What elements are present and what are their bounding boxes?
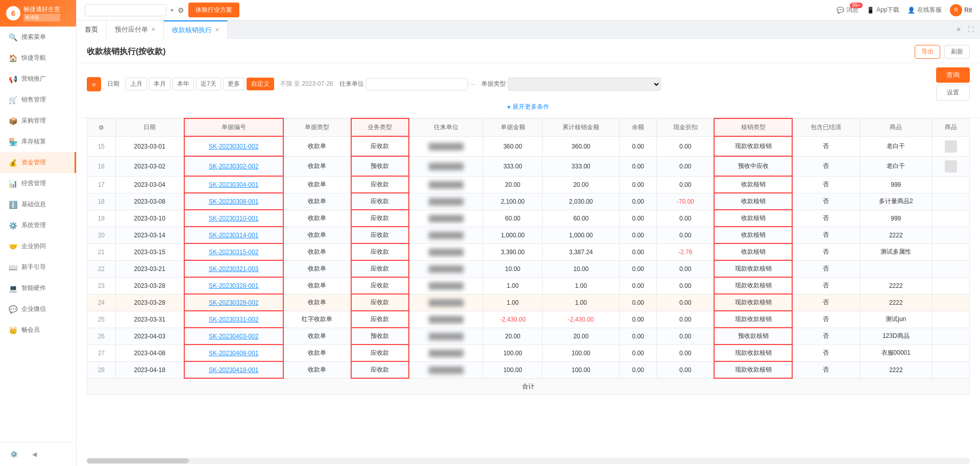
voucher-type-select[interactable] (508, 78, 661, 91)
cell-amount: 10.00 (483, 260, 542, 277)
topbar-search-input[interactable] (85, 4, 166, 16)
sidebar-item-wechat[interactable]: 💬 企业微信 (0, 299, 76, 320)
filter-toggle-btn[interactable]: » (87, 77, 101, 91)
table-body: 152023-03-01SK-20230301-002收款单应收款███████… (87, 136, 970, 378)
counterpart-input[interactable] (366, 78, 468, 90)
row-num: 22 (87, 260, 116, 277)
cell-writeoff-type: 现款收款核销 (714, 277, 792, 294)
sidebar-item-marketing[interactable]: 📢 营销推广 (0, 68, 76, 89)
cell-balance: 0.00 (620, 210, 657, 227)
this-month-btn[interactable]: 本月 (149, 78, 170, 90)
th-gear[interactable]: ⚙ (87, 118, 116, 136)
sidebar-item-base[interactable]: ℹ️ 基础信息 (0, 194, 76, 215)
sidebar-item-finance[interactable]: 💰 资金管理 (0, 152, 76, 173)
cell-voucher-no[interactable]: SK-20230403-002 (184, 328, 283, 345)
page-content: 收款核销执行(按收款) 导出 刷新 » 日期 上月 本月 本年 近7天 更多 自… (77, 39, 980, 466)
sidebar-item-label: 企业协同 (21, 242, 46, 251)
tab-prepay[interactable]: 预付应付单 ✕ (107, 20, 164, 39)
cell-voucher-no[interactable]: SK-20230314-001 (184, 227, 283, 243)
online-service-button[interactable]: 👤 在线客服 (908, 6, 942, 14)
app-download-button[interactable]: 📱 App下载 (867, 6, 899, 14)
cell-total-writeoff: 333.00 (543, 156, 620, 176)
row-num: 28 (87, 361, 116, 378)
sidebar-collapse-btn[interactable]: ◀ (27, 448, 42, 461)
cell-voucher-no[interactable]: SK-20230331-002 (184, 311, 283, 328)
cell-voucher-no[interactable]: SK-20230310-001 (184, 210, 283, 227)
cell-voucher-no[interactable]: SK-20230302-002 (184, 156, 283, 176)
cell-voucher-type: 收款单 (283, 176, 351, 193)
cell-counterpart: ████████ (409, 260, 483, 277)
sidebar-item-guide[interactable]: 📖 新手引导 (0, 257, 76, 278)
cell-counterpart: ████████ (409, 193, 483, 210)
query-button[interactable]: 查询 (936, 67, 970, 83)
expand-more-btn[interactable]: ▾ 展开更多条件 (87, 101, 970, 113)
sidebar-item-quick[interactable]: 🏠 快捷导航 (0, 47, 76, 68)
cell-voucher-no[interactable]: SK-20230315-002 (184, 243, 283, 260)
message-button[interactable]: 💬 消息 99+ (837, 6, 859, 14)
horizontal-scrollbar[interactable] (87, 458, 970, 464)
sidebar-item-system[interactable]: ⚙️ 系统管理 (0, 215, 76, 236)
tab-home[interactable]: 首页 (77, 20, 107, 39)
table-row: 232023-03-28SK-20230328-001收款单应收款███████… (87, 277, 970, 294)
cell-total-writeoff: -2,430.00 (543, 311, 620, 328)
sidebar-item-purchase[interactable]: 📦 采购管理 (0, 110, 76, 131)
cell-date: 2023-03-21 (115, 260, 184, 277)
cell-goods: 999 (860, 210, 932, 227)
last-month-btn[interactable]: 上月 (126, 78, 147, 90)
tab-collection[interactable]: 收款核销执行 ✕ (164, 20, 228, 39)
cell-total-writeoff: 20.00 (543, 176, 620, 193)
custom-date-btn[interactable]: 自定义 (247, 78, 274, 90)
topbar-gear-icon[interactable]: ⚙ (178, 6, 184, 14)
cell-voucher-no[interactable]: SK-20230308-001 (184, 193, 283, 210)
sidebar-item-label: 搜索菜单 (21, 33, 46, 41)
cell-cash-discount: 0.00 (657, 136, 715, 156)
cell-voucher-no[interactable]: SK-20230328-002 (184, 294, 283, 311)
table-row: 152023-03-01SK-20230301-002收款单应收款███████… (87, 136, 970, 156)
cell-include-settled: 否 (792, 311, 860, 328)
cell-voucher-no[interactable]: SK-20230304-001 (184, 176, 283, 193)
more-options-icon[interactable]: ··· (470, 81, 475, 88)
cell-total-writeoff: 360.00 (543, 136, 620, 156)
sidebar-item-hardware[interactable]: 💻 智能硬件 (0, 278, 76, 299)
refresh-button[interactable]: 刷新 (944, 45, 970, 59)
scroll-thumb[interactable] (87, 458, 189, 463)
solution-button[interactable]: 体验行业方案 (188, 3, 239, 17)
cell-voucher-no[interactable]: SK-20230408-001 (184, 345, 283, 361)
cell-biz-type: 应收款 (351, 361, 409, 378)
this-year-btn[interactable]: 本年 (173, 78, 194, 90)
cell-voucher-no[interactable]: SK-20230328-001 (184, 277, 283, 294)
cell-voucher-no[interactable]: SK-20230321-003 (184, 260, 283, 277)
table-row: 282023-04-18SK-20230418-001收款单应收款███████… (87, 361, 970, 378)
sidebar-item-operation[interactable]: 📊 经营管理 (0, 173, 76, 194)
filter-row: » 日期 上月 本月 本年 近7天 更多 自定义 不限 至 2023-07-26… (87, 67, 970, 101)
export-button[interactable]: 导出 (915, 45, 940, 59)
sidebar-item-inventory[interactable]: 🏪 库存核算 (0, 131, 76, 152)
sidebar-item-company[interactable]: 🤝 企业协同 (0, 236, 76, 257)
cell-counterpart: ████████ (409, 227, 483, 243)
cell-total-writeoff: 10.00 (543, 260, 620, 277)
cell-voucher-no[interactable]: SK-20230301-002 (184, 136, 283, 156)
dropdown-arrow-icon[interactable]: ▾ (170, 7, 174, 14)
tab-close-icon[interactable]: ✕ (151, 27, 155, 32)
cell-writeoff-type: 现款收款核销 (714, 294, 792, 311)
cell-goods-img (932, 156, 969, 176)
cell-balance: 0.00 (620, 345, 657, 361)
tab-close-icon[interactable]: ✕ (215, 27, 219, 33)
sidebar-settings-btn[interactable]: ⚙️ (5, 448, 23, 461)
th-cash-discount: 现金折扣 (657, 118, 715, 136)
close-window-btn[interactable]: ✕ (953, 24, 964, 35)
sidebar-item-member[interactable]: 👑 畅会员 (0, 320, 76, 340)
setting-button[interactable]: 设置 (936, 85, 970, 101)
user-menu[interactable]: R Rit (950, 4, 972, 16)
cell-writeoff-type: 现款收款核销 (714, 311, 792, 328)
action-buttons: 查询 设置 (936, 67, 970, 101)
cell-balance: 0.00 (620, 136, 657, 156)
cell-include-settled: 否 (792, 243, 860, 260)
last-7days-btn[interactable]: 近7天 (196, 78, 221, 90)
cell-voucher-type: 收款单 (283, 227, 351, 243)
sidebar-item-sales[interactable]: 🛒 销售管理 (0, 89, 76, 110)
more-btn[interactable]: 更多 (223, 78, 244, 90)
sidebar-item-search[interactable]: 🔍 搜索菜单 (0, 27, 76, 47)
cell-voucher-no[interactable]: SK-20230418-001 (184, 361, 283, 378)
maximize-window-btn[interactable]: ⛶ (966, 24, 976, 35)
